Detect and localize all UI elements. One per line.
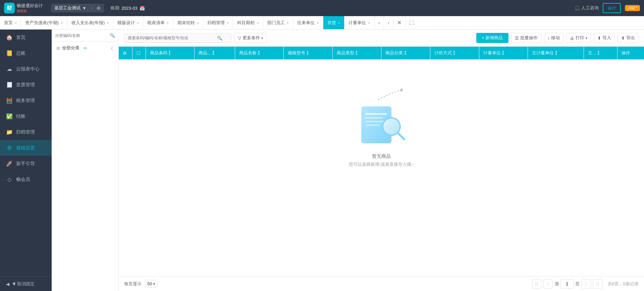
th-price-method[interactable]: 计价方式 ▲▼	[430, 47, 479, 59]
tab-close-tax[interactable]: ×	[167, 21, 169, 25]
page-next-btn[interactable]: ⟩	[582, 279, 591, 289]
tab-balance-sheet[interactable]: 资产负债表(中期) ×	[21, 16, 67, 29]
tab-close-period[interactable]: ×	[197, 21, 199, 25]
per-page-label: 每页显示	[124, 281, 142, 287]
sort-type[interactable]: ▲▼	[355, 50, 358, 56]
sidebar-item-archive[interactable]: 📁 归档管理	[0, 124, 52, 140]
tab-tax-list[interactable]: 税表清单 ×	[143, 16, 173, 29]
page-number-input[interactable]	[560, 279, 574, 289]
sort-price[interactable]: ▲▼	[453, 50, 455, 56]
print-btn[interactable]: 🖨 打印 ▾	[566, 33, 591, 43]
cloud-icon: ☁	[6, 66, 13, 72]
category-search-icon[interactable]: 🔍	[110, 33, 115, 38]
tab-period-transfer[interactable]: 期末结转 ×	[173, 16, 203, 29]
tab-close-inventory[interactable]: ×	[338, 21, 340, 25]
sidebar-item-ledger[interactable]: 📒 总账	[0, 45, 52, 61]
th-unit[interactable]: 计量单位 ▲▼	[479, 47, 528, 59]
tab-measure-unit[interactable]: 计量单位 ×	[344, 16, 374, 29]
tab-close-subject[interactable]: ×	[257, 21, 259, 25]
page-prev-btn[interactable]: ⟨	[543, 279, 553, 289]
tab-close-partners[interactable]: ×	[317, 21, 319, 25]
page-last-btn[interactable]: ⟩⟩	[593, 279, 602, 289]
th-barcode[interactable]: 商品条码 ▲▼	[146, 47, 195, 59]
sort-name[interactable]: ▲▼	[258, 50, 260, 56]
th-spec[interactable]: 规格型号 ▲▼	[284, 47, 333, 59]
th-checkbox[interactable]: ☐	[132, 47, 146, 59]
th-name[interactable]: 商品名称 ▲▼	[235, 47, 284, 59]
chevron-down-icon: ▾	[261, 36, 263, 40]
sidebar-item-cloud-reports[interactable]: ☁ 云报表中心	[0, 61, 52, 77]
tab-close-dept[interactable]: ×	[287, 21, 289, 25]
tab-close-homepage[interactable]: ×	[15, 21, 17, 25]
export-btn[interactable]: ⬆ 导出	[618, 33, 639, 43]
sort-barcode[interactable]: ▲▼	[168, 50, 171, 56]
add-product-btn[interactable]: + 新增商品	[476, 33, 508, 43]
top-header: 财 畅捷通好会计 旗舰版 基层工会测试 ▼ ＋ ⚙ 账期 2023-03 📅 🎧…	[0, 0, 644, 16]
tab-close-measure[interactable]: ×	[368, 21, 370, 25]
more-conditions-btn[interactable]: ▽ 更多条件 ▾	[234, 33, 267, 43]
tab-close-balance[interactable]: ×	[61, 21, 63, 25]
sidebar-item-member[interactable]: ◇ 畅会员	[0, 172, 52, 187]
sidebar-unpin-btn[interactable]: ◀ ◀ 取消固定	[0, 277, 52, 291]
settings-icon[interactable]: ⚙	[97, 6, 101, 11]
svg-rect-3	[365, 117, 383, 118]
tab-archive[interactable]: 归档管理 ×	[203, 16, 233, 29]
tab-close-income[interactable]: ×	[107, 21, 109, 25]
all-categories-item[interactable]: ⊞ 全部分类 ✏ ❮	[52, 42, 118, 54]
add-icon[interactable]: ＋	[90, 5, 94, 11]
th-main-unit[interactable]: 主计量单位 ▲▼	[528, 47, 584, 59]
batch-operations-btn[interactable]: ☰ 批量操作	[511, 33, 541, 43]
tab-nav-right[interactable]: ›	[384, 16, 393, 29]
headset-icon: 🎧	[575, 6, 580, 11]
per-page-select[interactable]: 50 ▾	[145, 280, 157, 288]
tab-dept-staff[interactable]: 部门员工 ×	[263, 16, 293, 29]
customer-service-btn[interactable]: 🎧 人工咨询	[575, 5, 599, 11]
sort-code[interactable]: ▲▼	[212, 50, 215, 56]
tab-inventory[interactable]: 存货 ×	[323, 16, 344, 29]
tab-close-all[interactable]: ✕	[393, 16, 406, 29]
search-icon[interactable]: 🔍	[217, 36, 222, 41]
grid-icon: ⊞	[56, 46, 60, 51]
sort-spec[interactable]: ▲▼	[306, 50, 309, 56]
page-first-btn[interactable]: ⟨⟨	[532, 279, 541, 289]
sort-unit[interactable]: ▲▼	[502, 50, 504, 56]
sidebar-item-guide[interactable]: 🚀 新手引导	[0, 156, 52, 172]
member-icon: ◇	[6, 176, 13, 183]
tab-income-report[interactable]: 收入支出表(年报) ×	[67, 16, 113, 29]
sidebar-item-homepage[interactable]: 🏠 首页	[0, 30, 52, 45]
edit-category-icon[interactable]: ✏	[84, 46, 87, 51]
move-btn[interactable]: ↕ 移动	[544, 33, 564, 43]
collapse-category-icon[interactable]: ❮	[110, 46, 114, 50]
tab-close-archive[interactable]: ×	[227, 21, 229, 25]
sort-extra[interactable]: ▲▼	[597, 50, 600, 56]
tab-partners[interactable]: 往来单位 ×	[293, 16, 323, 29]
tab-subject-init[interactable]: 科目期初 ×	[233, 16, 263, 29]
category-search-input[interactable]	[55, 33, 108, 38]
guide-icon: 🚀	[6, 160, 13, 167]
th-settings[interactable]: ⚙	[119, 47, 132, 59]
sidebar-item-basic-settings[interactable]: ⚙ 基础设置	[0, 140, 52, 156]
company-selector[interactable]: 基层工会测试 ▼ ＋ ⚙	[51, 4, 104, 12]
sidebar-item-tax[interactable]: 🧮 税务管理	[0, 93, 52, 108]
calendar-icon[interactable]: 📅	[140, 6, 145, 11]
tab-close-template[interactable]: ×	[137, 21, 139, 25]
sidebar-item-closing[interactable]: ✅ 结账	[0, 108, 52, 124]
sort-category[interactable]: ▲▼	[404, 50, 407, 56]
th-type[interactable]: 商品类型 ▲▼	[332, 47, 381, 59]
period-area: 账期 2023-03 📅	[111, 5, 145, 11]
tab-template-design[interactable]: 模版设计 ×	[113, 16, 143, 29]
th-category[interactable]: 商品分类 ▲▼	[381, 47, 430, 59]
sort-main-unit[interactable]: ▲▼	[555, 50, 557, 56]
sidebar-item-invoice[interactable]: 🧾 发票管理	[0, 77, 52, 93]
tab-expand[interactable]: ⛶	[406, 16, 418, 29]
kuaiji-button[interactable]: 会计	[603, 3, 621, 13]
tab-homepage[interactable]: 首页 ×	[0, 16, 21, 29]
empty-desc: 您可以选择新增,或者直接导入哦~	[349, 161, 414, 167]
import-icon: ⬇	[597, 36, 601, 41]
tab-nav-left[interactable]: ‹	[375, 16, 384, 29]
th-code[interactable]: 商品... ▲▼	[195, 47, 235, 59]
arrow-left-icon: ◀	[6, 282, 9, 287]
th-extra[interactable]: 主... ▲▼	[584, 47, 617, 59]
search-input[interactable]	[128, 36, 215, 40]
import-btn[interactable]: ⬇ 导入	[594, 33, 615, 43]
